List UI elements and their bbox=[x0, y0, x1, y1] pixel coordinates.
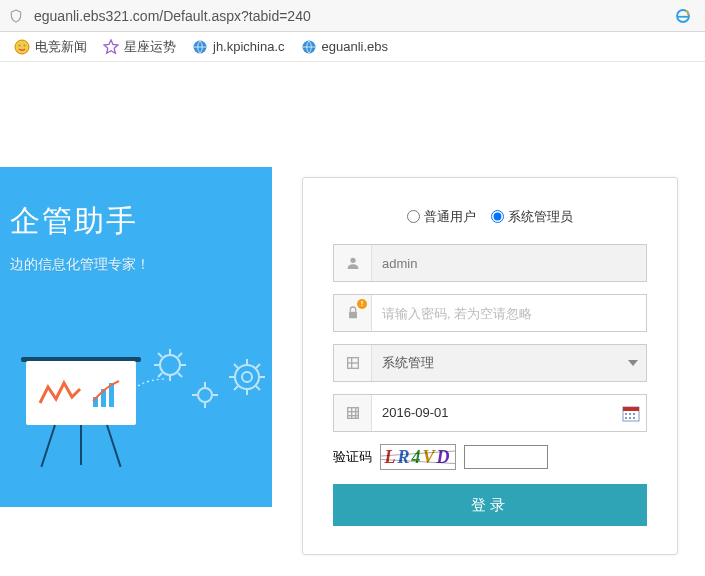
svg-rect-51 bbox=[633, 417, 635, 419]
browser-address-bar: eguanli.ebs321.com/Default.aspx?tabid=24… bbox=[0, 0, 705, 32]
svg-point-21 bbox=[242, 372, 252, 382]
bookmark-label: 星座运势 bbox=[124, 38, 176, 56]
page-stage: 企管助手 边的信息化管理专家！ 普通用户 系统管理员 bbox=[0, 62, 705, 576]
svg-rect-46 bbox=[625, 413, 627, 415]
globe-icon bbox=[192, 39, 208, 55]
gear-icon bbox=[225, 355, 269, 399]
svg-point-34 bbox=[350, 258, 355, 263]
module-select-field[interactable]: 系统管理 bbox=[333, 344, 647, 382]
svg-rect-50 bbox=[629, 417, 631, 419]
svg-line-29 bbox=[234, 386, 238, 390]
hero-illustration bbox=[0, 345, 272, 485]
date-field[interactable]: 2016-09-01 bbox=[333, 394, 647, 432]
globe-icon bbox=[301, 39, 317, 55]
login-card: 普通用户 系统管理员 ! 系统管理 2016-09-01 验证码 bbox=[302, 177, 678, 555]
svg-rect-47 bbox=[629, 413, 631, 415]
svg-rect-49 bbox=[625, 417, 627, 419]
role-label: 系统管理员 bbox=[508, 209, 573, 224]
bookmark-label: eguanli.ebs bbox=[322, 39, 389, 54]
svg-point-6 bbox=[160, 355, 180, 375]
svg-line-12 bbox=[178, 373, 182, 377]
bookmark-label: jh.kpichina.c bbox=[213, 39, 285, 54]
svg-line-26 bbox=[234, 364, 238, 368]
svg-point-1 bbox=[15, 40, 29, 54]
svg-rect-45 bbox=[623, 407, 639, 411]
password-input[interactable] bbox=[372, 295, 646, 331]
svg-rect-35 bbox=[349, 312, 357, 319]
username-input[interactable] bbox=[372, 245, 646, 281]
svg-point-3 bbox=[24, 44, 26, 46]
star-icon bbox=[103, 39, 119, 55]
login-button[interactable]: 登录 bbox=[333, 484, 647, 526]
calendar-grid-icon bbox=[334, 395, 372, 431]
lock-icon: ! bbox=[334, 295, 372, 331]
calendar-picker-icon[interactable] bbox=[622, 404, 640, 422]
smiley-icon bbox=[14, 39, 30, 55]
chevron-down-icon bbox=[628, 360, 638, 366]
captcha-row: 验证码 LR4VD bbox=[333, 444, 647, 470]
role-radio-group: 普通用户 系统管理员 bbox=[333, 208, 647, 226]
gear-icon bbox=[190, 380, 220, 410]
warning-badge-icon: ! bbox=[357, 299, 367, 309]
bookmark-item[interactable]: jh.kpichina.c bbox=[192, 39, 285, 55]
captcha-input[interactable] bbox=[464, 445, 548, 469]
grid-icon bbox=[334, 345, 372, 381]
svg-rect-39 bbox=[347, 408, 358, 419]
bookmarks-bar: 电竞新闻 星座运势 jh.kpichina.c eguanli.ebs bbox=[0, 32, 705, 62]
date-value: 2016-09-01 bbox=[372, 395, 646, 431]
hero-title: 企管助手 bbox=[0, 201, 272, 242]
hero-subtitle: 边的信息化管理专家！ bbox=[0, 256, 272, 274]
role-radio-admin[interactable]: 系统管理员 bbox=[491, 209, 573, 224]
role-radio-normal[interactable]: 普通用户 bbox=[407, 209, 476, 224]
bookmark-item[interactable]: eguanli.ebs bbox=[301, 39, 389, 55]
svg-rect-48 bbox=[633, 413, 635, 415]
url-text[interactable]: eguanli.ebs321.com/Default.aspx?tabid=24… bbox=[32, 8, 671, 24]
svg-line-13 bbox=[178, 353, 182, 357]
module-select-value: 系统管理 bbox=[372, 345, 646, 381]
svg-line-28 bbox=[256, 364, 260, 368]
svg-point-15 bbox=[198, 388, 212, 402]
user-icon bbox=[334, 245, 372, 281]
svg-line-27 bbox=[256, 386, 260, 390]
bookmark-item[interactable]: 电竞新闻 bbox=[14, 38, 87, 56]
svg-point-20 bbox=[235, 365, 259, 389]
easel-chart-icon bbox=[26, 357, 136, 471]
ie-browser-icon bbox=[671, 4, 695, 28]
captcha-image[interactable]: LR4VD bbox=[380, 444, 456, 470]
password-field: ! bbox=[333, 294, 647, 332]
svg-line-11 bbox=[158, 353, 162, 357]
svg-point-2 bbox=[19, 44, 21, 46]
username-field bbox=[333, 244, 647, 282]
role-label: 普通用户 bbox=[424, 209, 476, 224]
shield-icon bbox=[6, 6, 26, 26]
captcha-label: 验证码 bbox=[333, 448, 372, 466]
hero-panel: 企管助手 边的信息化管理专家！ bbox=[0, 167, 272, 507]
bookmark-item[interactable]: 星座运势 bbox=[103, 38, 176, 56]
bookmark-label: 电竞新闻 bbox=[35, 38, 87, 56]
